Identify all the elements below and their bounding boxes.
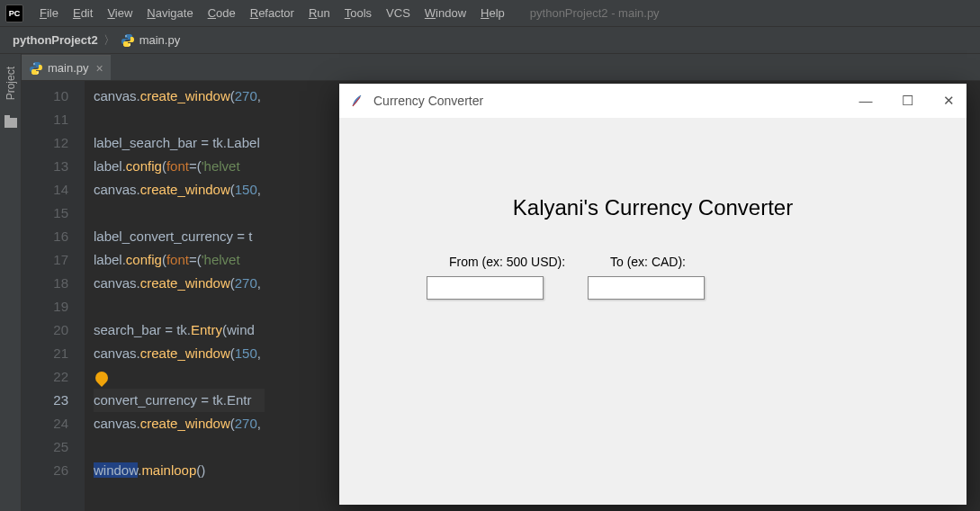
menu-tools[interactable]: Tools <box>337 3 379 23</box>
menu-view[interactable]: View <box>100 3 139 23</box>
pycharm-icon: PC <box>5 4 23 22</box>
breadcrumb: pythonProject2 〉 main.py <box>0 27 980 54</box>
python-file-icon <box>29 61 43 76</box>
left-toolbar: Project <box>0 54 22 511</box>
menu-edit[interactable]: Edit <box>66 3 100 23</box>
window-title: pythonProject2 - main.py <box>530 6 660 20</box>
folder-icon <box>4 118 17 128</box>
to-input[interactable] <box>588 276 705 300</box>
tk-titlebar[interactable]: Currency Converter — ☐ ✕ <box>339 84 967 118</box>
to-label: To (ex: CAD): <box>610 255 686 269</box>
tk-feather-icon <box>350 94 364 108</box>
menu-vcs[interactable]: VCS <box>379 3 418 23</box>
menu-run[interactable]: Run <box>301 3 337 23</box>
from-label: From (ex: 500 USD): <box>449 255 565 269</box>
editor-tabbar: main.py × <box>22 54 980 81</box>
svg-point-1 <box>129 44 130 45</box>
from-input[interactable] <box>427 276 544 300</box>
tkinter-window: Currency Converter — ☐ ✕ Kalyani's Curre… <box>339 84 967 505</box>
app-heading: Kalyani's Currency Converter <box>339 195 967 220</box>
editor-tab-main[interactable]: main.py × <box>22 55 111 80</box>
menu-code[interactable]: Code <box>201 3 243 23</box>
svg-point-2 <box>33 63 34 64</box>
tab-label: main.py <box>48 61 89 75</box>
menubar: PC FileEditViewNavigateCodeRefactorRunTo… <box>0 0 980 27</box>
menu-file[interactable]: File <box>32 3 66 23</box>
menu-window[interactable]: Window <box>418 3 473 23</box>
python-file-icon <box>121 33 135 48</box>
tk-canvas: Kalyani's Currency Converter From (ex: 5… <box>339 118 967 505</box>
maximize-button[interactable]: ☐ <box>900 93 914 109</box>
breadcrumb-separator: 〉 <box>103 32 115 49</box>
menu-help[interactable]: Help <box>473 3 512 23</box>
menu-refactor[interactable]: Refactor <box>243 3 301 23</box>
close-icon[interactable]: × <box>96 61 103 76</box>
line-gutter: 1011121314151617181920212223242526 <box>22 81 85 511</box>
tk-title: Currency Converter <box>373 94 483 108</box>
tk-window-controls: — ☐ ✕ <box>859 93 956 109</box>
code-area[interactable]: canvas.create_window(270, label_search_b… <box>85 81 265 511</box>
close-button[interactable]: ✕ <box>941 93 956 109</box>
project-toolwindow-button[interactable]: Project <box>4 61 17 105</box>
menu-navigate[interactable]: Navigate <box>139 3 200 23</box>
svg-point-3 <box>37 72 38 73</box>
svg-point-0 <box>125 35 126 36</box>
breadcrumb-file[interactable]: main.py <box>139 33 181 47</box>
minimize-button[interactable]: — <box>859 93 873 109</box>
breadcrumb-project[interactable]: pythonProject2 <box>13 33 98 47</box>
